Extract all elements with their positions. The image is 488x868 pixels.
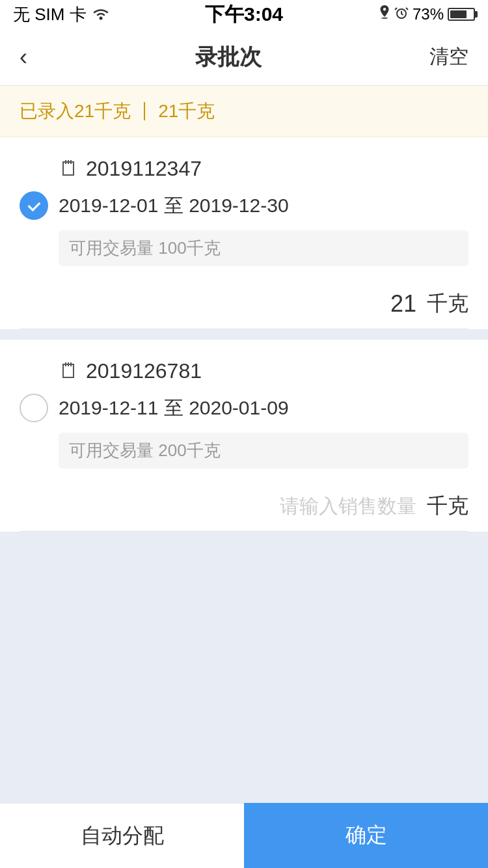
carrier-text: 无 SIM 卡 bbox=[13, 3, 87, 26]
empty-area bbox=[0, 532, 488, 818]
batch-1-unit: 千克 bbox=[427, 290, 468, 318]
batch-1-icon: 🗒 bbox=[59, 157, 79, 181]
batch-2-unit: 千克 bbox=[427, 492, 468, 521]
back-button[interactable]: ‹ bbox=[20, 46, 27, 69]
total-amount: 21千克 bbox=[158, 99, 215, 124]
clear-button[interactable]: 清空 bbox=[429, 44, 468, 70]
batch-card-2: 🗒 2019126781 2019-12-11 至 2020-01-09 可用交… bbox=[0, 340, 488, 532]
time-text: 下午3:04 bbox=[205, 3, 283, 25]
confirm-button[interactable]: 确定 bbox=[244, 803, 488, 868]
auto-distribute-button[interactable]: 自动分配 bbox=[0, 803, 244, 868]
batch-2-available: 可用交易量 200千克 bbox=[59, 433, 468, 468]
status-bar: 无 SIM 卡 下午3:04 73% bbox=[0, 0, 488, 29]
battery-icon bbox=[448, 8, 475, 21]
batch-1-input-row: 21 千克 bbox=[20, 279, 468, 329]
location-icon bbox=[379, 5, 390, 23]
batch-1-id: 2019112347 bbox=[86, 157, 202, 181]
bottom-bar: 自动分配 确定 bbox=[0, 803, 488, 868]
time-display: 下午3:04 bbox=[205, 1, 283, 28]
batch-1-qty-row: 可用交易量 100千克 bbox=[59, 230, 468, 266]
summary-banner: 已录入21千克 21千克 bbox=[0, 86, 488, 137]
batch-2-date-row[interactable]: 2019-12-11 至 2020-01-09 bbox=[20, 394, 468, 422]
battery-percent: 73% bbox=[413, 5, 444, 23]
summary-divider bbox=[144, 102, 145, 120]
recorded-amount: 已录入21千克 bbox=[20, 99, 131, 124]
status-left: 无 SIM 卡 bbox=[13, 3, 110, 26]
batch-2-radio[interactable] bbox=[20, 394, 48, 422]
section-divider bbox=[0, 329, 488, 340]
batch-1-date-row[interactable]: 2019-12-01 至 2019-12-30 bbox=[20, 191, 468, 220]
batch-2-input-row[interactable]: 请输入销售数量 千克 bbox=[20, 481, 468, 532]
batch-1-available: 可用交易量 100千克 bbox=[59, 230, 468, 266]
nav-bar: ‹ 录批次 清空 bbox=[0, 29, 488, 86]
wifi-icon bbox=[92, 5, 110, 25]
batch-1-radio[interactable] bbox=[20, 191, 48, 220]
batch-1-date: 2019-12-01 至 2019-12-30 bbox=[59, 193, 289, 219]
batch-2-placeholder: 请输入销售数量 bbox=[280, 493, 416, 520]
batch-1-value[interactable]: 21 bbox=[390, 290, 416, 318]
batch-2-header: 🗒 2019126781 bbox=[59, 359, 468, 383]
status-right: 73% bbox=[379, 5, 475, 23]
batch-card-1: 🗒 2019112347 2019-12-01 至 2019-12-30 可用交… bbox=[0, 137, 488, 329]
batch-2-id: 2019126781 bbox=[86, 359, 202, 383]
batch-2-date: 2019-12-11 至 2020-01-09 bbox=[59, 395, 289, 422]
batch-2-icon: 🗒 bbox=[59, 359, 79, 383]
page-title: 录批次 bbox=[195, 42, 262, 72]
alarm-icon bbox=[394, 5, 409, 23]
batch-2-qty-row: 可用交易量 200千克 bbox=[59, 433, 468, 468]
batch-1-header: 🗒 2019112347 bbox=[59, 157, 468, 181]
svg-point-0 bbox=[99, 16, 102, 20]
